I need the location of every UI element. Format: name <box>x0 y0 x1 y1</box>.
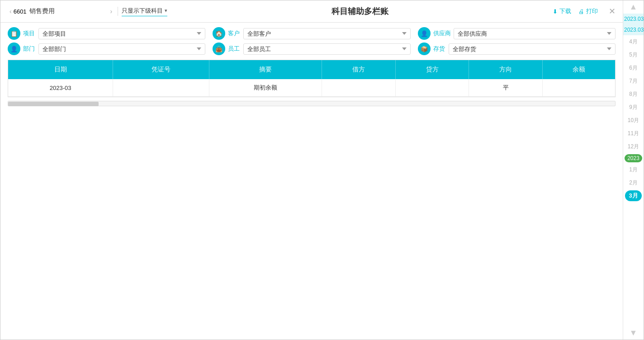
customer-icon: 🏠 <box>213 27 225 40</box>
download-icon: ⬇ <box>553 8 558 15</box>
supplier-select[interactable]: 全部供应商 <box>454 28 616 39</box>
sidebar-item-mar-current[interactable]: 3月 <box>625 190 641 201</box>
only-sub-filter[interactable]: 只显示下级科目 ▾ <box>122 7 167 16</box>
data-table: 日期 凭证号 摘要 借方 贷方 方向 余额 2023-03 期初余额 <box>8 60 615 97</box>
account-name-input[interactable] <box>29 8 109 15</box>
main-window: ▲ 2023.03 2023.03 4月 5月 6月 7月 8月 9月 10月 … <box>0 0 644 340</box>
filter-dept: 👤 部门 全部部门 <box>8 42 205 55</box>
col-date: 日期 <box>8 60 113 79</box>
filter-employee: 👜 员工 全部员工 <box>213 42 410 55</box>
data-table-wrapper: 日期 凭证号 摘要 借方 贷方 方向 余额 2023-03 期初余额 <box>8 60 616 97</box>
print-button[interactable]: 🖨 打印 <box>578 7 598 15</box>
inventory-label: 存货 <box>433 45 446 53</box>
sidebar-item-2023-03-2[interactable]: 2023.03 <box>623 24 644 35</box>
col-credit: 贷方 <box>395 60 469 79</box>
customer-select[interactable]: 全部客户 <box>243 28 410 39</box>
employee-select[interactable]: 全部员工 <box>243 43 410 55</box>
nav-next-button[interactable]: › <box>109 7 114 16</box>
employee-icon: 👜 <box>213 42 225 55</box>
page-title: 科目辅助多栏账 <box>167 6 553 17</box>
supplier-icon: 👤 <box>418 27 431 40</box>
sidebar-item-jul[interactable]: 7月 <box>623 75 644 88</box>
sidebar-up-arrow[interactable]: ▲ <box>628 0 639 14</box>
account-code-text: 6601 <box>14 8 27 15</box>
sidebar-item-sep[interactable]: 9月 <box>623 101 644 114</box>
col-summary: 摘要 <box>209 60 322 79</box>
sidebar-item-2023-03-top[interactable]: 2023.03 <box>623 14 644 24</box>
employee-label: 员工 <box>228 45 241 53</box>
main-content: ‹ 6601 › 只显示下级科目 ▾ 科目辅助多栏账 ⬇ 下载 🖨 打印 <box>0 0 623 106</box>
cell-debit <box>322 79 395 97</box>
month-sidebar: ▲ 2023.03 2023.03 4月 5月 6月 7月 8月 9月 10月 … <box>623 0 644 340</box>
filter-project: 📋 项目 全部项目 <box>8 27 205 40</box>
sidebar-item-oct[interactable]: 10月 <box>623 114 644 127</box>
col-debit: 借方 <box>322 60 395 79</box>
close-button[interactable]: ✕ <box>609 6 616 16</box>
col-voucher: 凭证号 <box>113 60 209 79</box>
col-balance: 余额 <box>542 60 615 79</box>
print-icon: 🖨 <box>578 8 584 15</box>
sidebar-year-2023[interactable]: 2023 <box>625 154 642 162</box>
project-icon: 📋 <box>8 27 20 40</box>
print-label: 打印 <box>586 7 598 15</box>
only-sub-label: 只显示下级科目 <box>122 7 163 15</box>
supplier-label: 供应商 <box>433 29 451 38</box>
header-actions: ⬇ 下载 🖨 打印 ✕ <box>553 6 616 16</box>
horizontal-scrollbar[interactable] <box>8 101 616 106</box>
cell-summary: 期初余额 <box>209 79 322 97</box>
dept-icon: 👤 <box>8 42 20 55</box>
cell-date: 2023-03 <box>8 79 113 97</box>
table-header-row: 日期 凭证号 摘要 借方 贷方 方向 余额 <box>8 60 615 79</box>
sidebar-item-apr[interactable]: 4月 <box>623 35 644 48</box>
scrollbar-thumb[interactable] <box>8 102 99 106</box>
dept-select[interactable]: 全部部门 <box>38 43 205 55</box>
separator <box>118 7 118 16</box>
cell-credit <box>395 79 469 97</box>
filter-customer: 🏠 客户 全部客户 <box>213 27 410 40</box>
download-label: 下载 <box>559 7 571 15</box>
filter-supplier: 👤 供应商 全部供应商 <box>418 27 616 40</box>
customer-label: 客户 <box>228 29 241 38</box>
sidebar-item-jun[interactable]: 6月 <box>623 61 644 75</box>
project-select[interactable]: 全部项目 <box>38 28 205 39</box>
sidebar-item-aug[interactable]: 8月 <box>623 88 644 101</box>
inventory-icon: 📦 <box>418 42 431 55</box>
col-direction: 方向 <box>469 60 542 79</box>
cell-voucher <box>113 79 209 97</box>
cell-balance <box>542 79 615 97</box>
table-row: 2023-03 期初余额 平 <box>8 79 615 97</box>
sidebar-item-jan[interactable]: 1月 <box>623 163 644 176</box>
cell-direction: 平 <box>469 79 542 97</box>
account-info: 6601 <box>14 8 109 15</box>
sidebar-down-arrow[interactable]: ▼ <box>628 326 639 340</box>
dept-label: 部门 <box>23 45 36 53</box>
nav-prev-button[interactable]: ‹ <box>8 7 14 16</box>
sidebar-item-dec[interactable]: 12月 <box>623 140 644 153</box>
sidebar-item-nov[interactable]: 11月 <box>623 127 644 140</box>
sidebar-item-feb[interactable]: 2月 <box>623 176 644 189</box>
sidebar-item-may[interactable]: 5月 <box>623 48 644 61</box>
project-label: 项目 <box>23 29 36 38</box>
filter-inventory: 📦 存货 全部存货 <box>418 42 616 55</box>
filter-bar: 📋 项目 全部项目 🏠 客户 全部客户 👤 供应商 全部供应商 <box>0 23 623 60</box>
page-header: ‹ 6601 › 只显示下级科目 ▾ 科目辅助多栏账 ⬇ 下载 🖨 打印 <box>0 0 623 23</box>
download-button[interactable]: ⬇ 下载 <box>553 7 571 15</box>
inventory-select[interactable]: 全部存货 <box>449 43 616 55</box>
